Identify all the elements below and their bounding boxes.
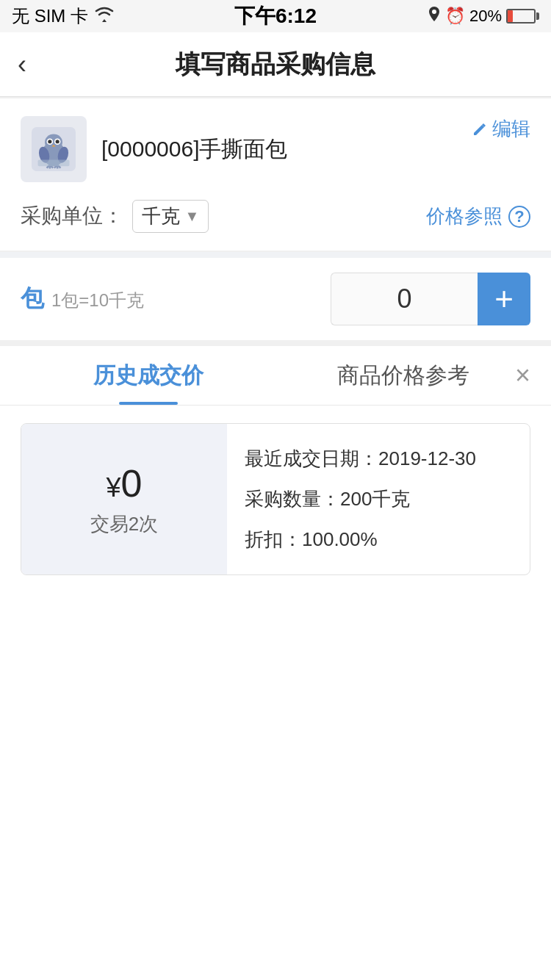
svg-point-6 <box>48 140 51 143</box>
wifi-icon <box>94 6 115 26</box>
quantity-input-area: + <box>331 273 530 325</box>
svg-point-0 <box>432 10 436 14</box>
location-icon <box>428 6 441 26</box>
history-latest-date: 最近成交日期：2019-12-30 <box>245 444 512 473</box>
history-price: ¥0 <box>107 461 143 505</box>
product-unit-row: 采购单位： 千克 ▼ 价格参照 ? <box>21 200 530 233</box>
price-ref-help-icon: ? <box>508 206 530 228</box>
status-bar: 无 SIM 卡 下午6:12 ⏰ 20% <box>0 0 551 32</box>
history-card-right: 最近成交日期：2019-12-30 采购数量：200千克 折扣：100.00% <box>227 424 530 574</box>
status-left: 无 SIM 卡 <box>12 4 115 28</box>
battery-icon <box>506 9 539 24</box>
main-content-area <box>0 593 551 980</box>
price-ref-button[interactable]: 价格参照 ? <box>426 203 530 229</box>
page-title: 填写商品采购信息 <box>176 48 375 82</box>
tab-close-button[interactable]: × <box>515 360 530 391</box>
tabs-section: 历史成交价 商品价格参考 × ¥0 交易2次 最近成交日期：2019-12-30… <box>0 346 551 980</box>
quantity-unit: 包 <box>21 283 44 315</box>
nav-bar: ‹ 填写商品采购信息 <box>0 32 551 97</box>
tab-history-price[interactable]: 历史成交价 <box>21 346 276 405</box>
quantity-conversion: 1包=10千克 <box>51 289 144 312</box>
product-name: [0000006]手撕面包 <box>101 134 287 165</box>
battery-percent: 20% <box>469 7 502 26</box>
quantity-input[interactable] <box>331 273 478 325</box>
history-purchase-qty: 采购数量：200千克 <box>245 485 512 514</box>
edit-button[interactable]: 编辑 <box>472 116 530 142</box>
quantity-section: 包 1包=10千克 + <box>0 252 551 340</box>
sim-status: 无 SIM 卡 <box>12 4 88 28</box>
tab-product-price-ref[interactable]: 商品价格参考 <box>276 346 530 405</box>
history-card: ¥0 交易2次 最近成交日期：2019-12-30 采购数量：200千克 折扣：… <box>21 423 530 575</box>
product-section: [0000006]手撕面包 编辑 采购单位： 千克 ▼ 价格参照 ? <box>0 98 551 251</box>
unit-label: 采购单位： <box>21 204 123 227</box>
quantity-label: 包 1包=10千克 <box>21 283 144 315</box>
history-price-value: 0 <box>121 462 143 505</box>
back-button[interactable]: ‹ <box>18 49 26 80</box>
product-image <box>21 116 87 182</box>
alarm-icon: ⏰ <box>445 7 465 26</box>
history-content: ¥0 交易2次 最近成交日期：2019-12-30 采购数量：200千克 折扣：… <box>0 406 551 593</box>
unit-dropdown-arrow: ▼ <box>184 208 199 225</box>
status-right: ⏰ 20% <box>428 6 539 26</box>
product-left: [0000006]手撕面包 <box>21 116 287 182</box>
history-tx-count: 交易2次 <box>90 511 158 537</box>
history-card-left: ¥0 交易2次 <box>21 424 227 574</box>
unit-row-left: 采购单位： 千克 ▼ <box>21 200 209 233</box>
svg-point-7 <box>56 140 60 143</box>
history-price-symbol: ¥ <box>107 472 121 502</box>
history-discount: 折扣：100.00% <box>245 525 512 554</box>
svg-rect-17 <box>38 160 70 167</box>
tab-active-underline <box>119 402 178 405</box>
unit-select[interactable]: 千克 ▼ <box>132 200 209 233</box>
status-time: 下午6:12 <box>234 2 317 30</box>
product-header: [0000006]手撕面包 编辑 <box>21 116 530 182</box>
quantity-plus-button[interactable]: + <box>478 273 530 325</box>
tabs-header: 历史成交价 商品价格参考 × <box>0 346 551 406</box>
